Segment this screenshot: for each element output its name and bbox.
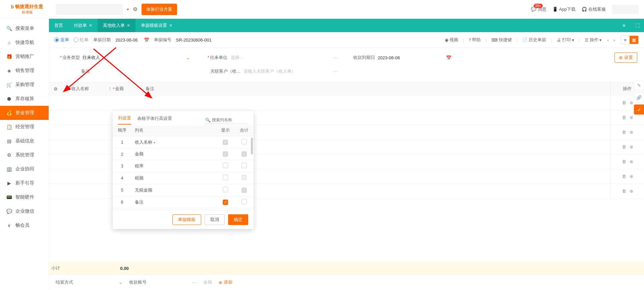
- delete-icon[interactable]: 🗑: [622, 159, 626, 164]
- next-icon[interactable]: ▸: [613, 38, 616, 43]
- history-link[interactable]: 📄 历史单据: [522, 37, 546, 43]
- card-view-btn[interactable]: ▦: [630, 36, 638, 44]
- settle-field[interactable]: 结算方式 ⌄: [56, 279, 122, 285]
- popup-search: 🔍: [205, 116, 248, 124]
- app-download[interactable]: 📱 App下载: [552, 6, 576, 12]
- print-link[interactable]: 🖨 打印 ▾: [557, 37, 574, 43]
- sidebar-item-7[interactable]: 📋经营管理: [0, 120, 49, 134]
- checkbox-off[interactable]: [241, 139, 247, 144]
- sidebar-item-3[interactable]: ◈销售管理: [0, 64, 49, 78]
- copy-icon[interactable]: ⊕: [630, 174, 633, 179]
- party-input[interactable]: [230, 54, 330, 62]
- close-icon[interactable]: ✕: [127, 23, 130, 28]
- calendar-icon[interactable]: 📅: [446, 55, 451, 60]
- copy-icon[interactable]: ⊕: [630, 189, 633, 194]
- sidebar-item-9[interactable]: ⚙系统管理: [0, 148, 49, 162]
- biztype-value[interactable]: 往来收入: [83, 55, 183, 61]
- sidebar-item-13[interactable]: 💬企业微信: [0, 204, 49, 218]
- cfg-name: 收入名称 ▾: [131, 136, 216, 148]
- chevron-down-icon[interactable]: ▾: [127, 7, 129, 12]
- gear-icon[interactable]: ⚙: [133, 6, 138, 12]
- more-icon[interactable]: ⋯: [333, 55, 337, 60]
- sidebar-item-5[interactable]: ⬢库存核算: [0, 92, 49, 106]
- ok-button[interactable]: 确定: [228, 214, 248, 225]
- video-link[interactable]: ◉ 视频: [445, 37, 458, 43]
- tab-0[interactable]: 首页: [49, 19, 68, 32]
- delete-icon[interactable]: 🗑: [622, 100, 626, 105]
- copy-icon[interactable]: ⊕: [630, 130, 633, 135]
- remark-input[interactable]: [93, 67, 190, 75]
- user-menu[interactable]: [612, 5, 639, 14]
- org-selector[interactable]: [56, 4, 123, 15]
- shortcut-link[interactable]: ⌨ 快捷键: [491, 37, 512, 43]
- msg-link[interactable]: 💬 消息 99+: [531, 6, 546, 12]
- tab-expand[interactable]: ⛶: [631, 19, 644, 32]
- dock-note-icon[interactable]: ✎: [634, 80, 644, 90]
- copy-icon[interactable]: ⊕: [630, 144, 633, 149]
- copy-icon[interactable]: ⊕: [630, 159, 633, 164]
- checkbox-off[interactable]: [223, 175, 228, 180]
- account-field[interactable]: 收款账号 ⋯: [129, 279, 197, 285]
- checkbox-off[interactable]: [241, 199, 247, 204]
- close-icon[interactable]: ✕: [169, 23, 172, 28]
- sidebar-item-2[interactable]: 🎁营销推广: [0, 50, 49, 64]
- sidebar-item-1[interactable]: ⌂快捷导航: [0, 35, 49, 50]
- sidebar-item-12[interactable]: 📟智能硬件: [0, 190, 49, 204]
- scrollbar-thumb[interactable]: [251, 138, 253, 154]
- prev-icon[interactable]: ◂: [606, 38, 609, 43]
- chevron-down-icon[interactable]: ▾: [154, 141, 155, 144]
- tab-3[interactable]: 单据模板设置✕: [136, 19, 178, 32]
- dock-expand-icon[interactable]: ⤢: [634, 104, 644, 115]
- settings-button[interactable]: ⚙ 设置: [614, 53, 637, 63]
- help-link[interactable]: ? 帮助: [469, 37, 481, 43]
- copy-icon[interactable]: ⊕: [630, 100, 633, 105]
- tab-2[interactable]: 其他收入单✕: [98, 19, 136, 32]
- copy-icon[interactable]: ⊕: [630, 115, 633, 120]
- delete-icon[interactable]: 🗑: [622, 115, 626, 120]
- th-colname: 列名: [131, 125, 216, 136]
- amount-field[interactable]: 金额: [203, 279, 212, 285]
- checkbox-off[interactable]: [223, 163, 228, 168]
- delete-icon[interactable]: 🗑: [622, 189, 626, 194]
- dock-link-icon[interactable]: 🔗: [634, 92, 644, 102]
- ops-link[interactable]: ☰ 操作 ▾: [585, 37, 602, 43]
- sidebar-item-14[interactable]: ∨畅会员: [0, 218, 49, 232]
- more-icon[interactable]: ⋯: [333, 69, 337, 74]
- add-button[interactable]: ⊕ 添加: [219, 279, 232, 285]
- red-doc-radio[interactable]: 红单: [74, 37, 89, 43]
- close-icon[interactable]: ✕: [89, 23, 92, 28]
- blue-doc-radio[interactable]: 蓝单: [54, 37, 69, 43]
- service-link[interactable]: 🎧 在线客服: [582, 6, 606, 12]
- sidebar-item-4[interactable]: 🛒采购管理: [0, 78, 49, 92]
- sidebar-item-11[interactable]: ▶新手引导: [0, 176, 49, 190]
- doc-date-value[interactable]: 2023-06-06: [115, 38, 138, 43]
- calendar-icon[interactable]: 📅: [144, 38, 149, 43]
- popup-search-input[interactable]: [205, 116, 248, 124]
- checkbox-on[interactable]: ✓: [223, 200, 228, 205]
- sidebar-item-10[interactable]: 🏢企业协同: [0, 162, 49, 176]
- tab-close-all[interactable]: ✕: [617, 19, 631, 32]
- table-row[interactable]: 🗑⊕: [49, 95, 644, 110]
- delete-icon[interactable]: 🗑: [622, 130, 626, 135]
- sidebar-item-8[interactable]: ▤基础信息: [0, 134, 49, 148]
- duedate-value[interactable]: 2023-06-06: [378, 55, 442, 60]
- th-income-name[interactable]: ▲▼ *收入名称: [62, 82, 106, 95]
- delete-icon[interactable]: 🗑: [622, 144, 626, 149]
- chevron-down-icon[interactable]: ⌄: [186, 55, 190, 60]
- sidebar-item-0[interactable]: 🔍搜索菜单: [0, 21, 49, 35]
- popup-tab-font[interactable]: 表格字体行高设置: [137, 116, 172, 124]
- logo-label: 畅捷通好生意: [15, 4, 43, 10]
- reluser-input[interactable]: [243, 67, 330, 75]
- table-gear-button[interactable]: ⚙: [49, 82, 62, 95]
- list-view-btn[interactable]: ≡: [621, 36, 630, 44]
- checkbox-off[interactable]: [223, 187, 228, 192]
- sidebar-item-6[interactable]: 💰资金管理: [0, 106, 49, 120]
- th-amount[interactable]: ▲▼ *金额: [106, 82, 143, 95]
- tab-1[interactable]: 付款单✕: [68, 19, 98, 32]
- popup-tab-columns[interactable]: 列设置: [118, 115, 131, 125]
- cancel-button[interactable]: 取消: [205, 214, 225, 225]
- template-button[interactable]: 单据模板: [172, 214, 201, 225]
- trial-button[interactable]: 体验行业方案: [142, 4, 177, 15]
- delete-icon[interactable]: 🗑: [622, 174, 626, 179]
- checkbox-off[interactable]: [241, 163, 247, 168]
